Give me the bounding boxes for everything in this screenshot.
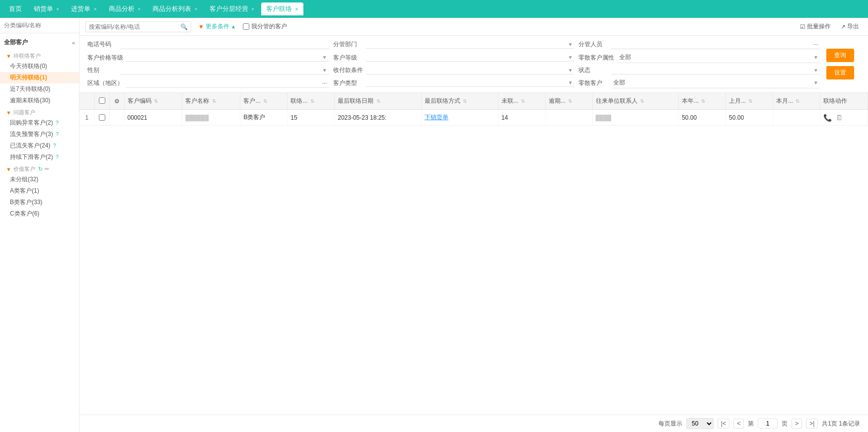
col-last-date[interactable]: 最后联络日期 ⇅ xyxy=(335,93,422,110)
export-icon: ↗ xyxy=(841,23,846,30)
more-filter-button[interactable]: ▼ 更多条件 ▲ xyxy=(195,21,239,32)
nav-close-sales[interactable]: × xyxy=(56,6,59,12)
cell-checkbox[interactable] xyxy=(94,110,109,126)
filter-retail-attr-select[interactable]: 全部 ▼ xyxy=(617,52,820,63)
export-button[interactable]: ↗ 导出 xyxy=(838,21,862,32)
cell-last-date: 2023-05-23 18:25: xyxy=(335,110,422,126)
col-last-month[interactable]: 上月... ⇅ xyxy=(726,93,773,110)
prev-page-btn[interactable]: < xyxy=(733,419,744,429)
batch-operation-button[interactable]: ☑ 批量操作 xyxy=(797,21,834,32)
filter-payment-select[interactable]: ▼ xyxy=(366,67,575,74)
nav-sales-order[interactable]: 销货单 × xyxy=(29,2,64,15)
first-page-btn[interactable]: |< xyxy=(718,419,729,429)
nav-close-analysis[interactable]: × xyxy=(138,6,141,12)
filter-phone-input[interactable] xyxy=(120,40,329,49)
filter-region-input[interactable]: ··· xyxy=(126,78,329,88)
filter-retail-attr: 零散客户属性 全部 ▼ xyxy=(579,52,820,63)
sidebar-all-customers[interactable]: 全部客户 « xyxy=(0,35,79,50)
sidebar-a-class[interactable]: A类客户(1) xyxy=(0,185,79,197)
cell-contact-count: 15 xyxy=(288,110,335,126)
sidebar-today-contact[interactable]: 今天待联络(0) xyxy=(0,61,79,72)
sort-no-contact-icon: ⇅ xyxy=(521,98,525,104)
col-unit-contact[interactable]: 往来单位联系人 ⇅ xyxy=(592,93,679,110)
filter-customer-type-select[interactable]: ▼ xyxy=(366,79,575,87)
cell-last-method[interactable]: 下销货单 xyxy=(422,110,499,126)
select-all-checkbox[interactable] xyxy=(99,97,105,104)
cell-customer-name: ██████ xyxy=(182,110,240,126)
filter-status-select[interactable]: ▼ xyxy=(611,67,820,74)
nav-close-purchase[interactable]: × xyxy=(93,6,96,12)
last-page-btn[interactable]: >| xyxy=(806,419,818,429)
sidebar-search-input[interactable] xyxy=(4,22,78,29)
toolbar: 🔍 ▼ 更多条件 ▲ 我分管的客户 ☑ 批量操作 ↗ 导出 xyxy=(79,18,868,36)
col-last-method[interactable]: 最后联络方式 ⇅ xyxy=(422,93,499,110)
customer-table: ⚙ 客户编码 ⇅ 客户名称 ⇅ 客户... ⇅ xyxy=(79,93,868,126)
sidebar-churned[interactable]: 已流失客户(24) ? xyxy=(0,140,79,151)
sidebar-ungrouped[interactable]: 未分组(32) xyxy=(0,174,79,185)
sidebar-7days-contact[interactable]: 近7天待联络(0) xyxy=(0,83,79,95)
nav-product-analysis-list[interactable]: 商品分析列表 × xyxy=(147,2,202,15)
page-input[interactable] xyxy=(758,419,778,429)
filter-row-4: 区域（地区） ··· 客户类型 ▼ xyxy=(87,77,820,88)
sidebar-overdue-contact[interactable]: 逾期未联络(30) xyxy=(0,95,79,106)
sort-month-icon: ⇅ xyxy=(796,98,799,104)
sidebar-churn-warning[interactable]: 流失预警客户(3) ? xyxy=(0,129,79,140)
nav-customer-tier[interactable]: 客户分层经营 × xyxy=(205,2,259,15)
my-customer-checkbox-wrap[interactable]: 我分管的客户 xyxy=(243,22,287,31)
row-checkbox[interactable] xyxy=(99,114,105,121)
col-customer-type[interactable]: 客户... ⇅ xyxy=(240,93,288,110)
sidebar-declining[interactable]: 持续下滑客户(2) ? xyxy=(0,151,79,163)
sort-lmonth-icon: ⇅ xyxy=(748,98,752,104)
col-index xyxy=(79,93,94,110)
row-action-wrap: 📞 🗓 xyxy=(823,114,865,122)
sidebar-c-class[interactable]: C类客户(6) xyxy=(0,208,79,219)
nav-customer-contact[interactable]: 客户联络 × xyxy=(261,2,303,15)
col-this-year[interactable]: 本年... ⇅ xyxy=(679,93,726,110)
cell-unit-contact: ████ xyxy=(592,110,679,126)
per-page-select[interactable]: 50 100 200 xyxy=(686,418,714,429)
manager-more-icon[interactable]: ··· xyxy=(813,41,818,48)
sidebar-pending-group: ▼ 待联络客户 xyxy=(0,50,79,61)
query-button[interactable]: 查询 xyxy=(826,49,854,62)
toolbar-right: ☑ 批量操作 ↗ 导出 xyxy=(797,21,862,32)
nav-product-analysis[interactable]: 商品分析 × xyxy=(104,2,145,15)
nav-home[interactable]: 首页 xyxy=(4,2,27,15)
col-contact-count[interactable]: 联络... ⇅ xyxy=(288,93,335,110)
sidebar: 🔍 全部客户 « ▼ 待联络客户 今天待联络(0) 明天待联络(1) 近7天待联… xyxy=(0,18,79,432)
settings-button[interactable]: 设置 xyxy=(826,66,854,79)
col-no-contact[interactable]: 未联... ⇅ xyxy=(498,93,545,110)
nav-close-tier[interactable]: × xyxy=(251,6,254,12)
sidebar-collapse-icon: « xyxy=(72,40,75,46)
filter-customer-level-select[interactable]: ▼ xyxy=(366,54,575,62)
filter-retail-customer-select[interactable]: 全部 ▼ xyxy=(611,77,820,88)
filter-gender-select[interactable]: ▼ xyxy=(120,67,329,74)
nav-close-analysis-list[interactable]: × xyxy=(194,6,197,12)
nav-close-contact[interactable]: × xyxy=(295,6,298,12)
col-gear[interactable]: ⚙ xyxy=(109,93,124,110)
search-wrap: 🔍 xyxy=(85,21,191,32)
region-more-icon[interactable]: ··· xyxy=(322,79,327,86)
sidebar-tomorrow-contact[interactable]: 明天待联络(1) xyxy=(0,72,79,83)
col-customer-name[interactable]: 客户名称 ⇅ xyxy=(182,93,240,110)
col-this-month[interactable]: 本月... ⇅ xyxy=(773,93,820,110)
sort-type-icon: ⇅ xyxy=(263,98,267,104)
nav-purchase-order[interactable]: 进货单 × xyxy=(66,2,101,15)
cell-gear[interactable] xyxy=(109,110,124,126)
col-action: 联络动作 xyxy=(820,93,868,110)
sidebar-search-wrap: 🔍 xyxy=(0,18,79,33)
next-page-btn[interactable]: > xyxy=(792,419,802,429)
sidebar-b-class[interactable]: B类客户(33) xyxy=(0,197,79,208)
call-icon[interactable]: 📞 xyxy=(823,114,832,122)
sidebar-repurchase-abnormal[interactable]: 回购异常客户(2) ? xyxy=(0,117,79,129)
sort-year-icon: ⇅ xyxy=(701,98,705,104)
search-icon[interactable]: 🔍 xyxy=(180,23,188,30)
my-customer-checkbox[interactable] xyxy=(243,23,249,30)
col-overdue[interactable]: 逾期... ⇅ xyxy=(545,93,592,110)
col-customer-code[interactable]: 客户编码 ⇅ xyxy=(124,93,182,110)
col-checkbox[interactable] xyxy=(94,93,109,110)
filter-price-level-select[interactable]: ▼ xyxy=(126,54,329,62)
filter-dept-select[interactable]: ▼ xyxy=(366,41,575,49)
search-input[interactable] xyxy=(89,23,178,30)
filter-manager-input[interactable]: ··· xyxy=(611,40,820,49)
schedule-icon[interactable]: 🗓 xyxy=(836,114,843,122)
